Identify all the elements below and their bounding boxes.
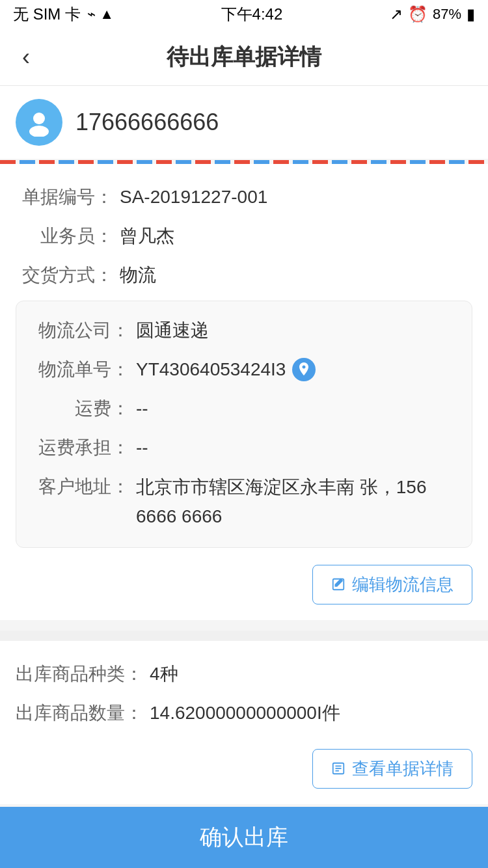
freight-label: 运费： — [32, 395, 136, 422]
nav-bar: ‹ 待出库单据详情 — [0, 29, 488, 86]
address-row: 客户地址： 北京市市辖区海淀区永丰南 张，156 6666 6666 — [32, 473, 456, 532]
address-label: 客户地址： — [32, 473, 136, 500]
logistics-company-label: 物流公司： — [32, 317, 136, 344]
status-right: ↗ ⏰ 87% ▮ — [390, 5, 475, 23]
goods-types-label: 出库商品种类： — [16, 660, 150, 688]
status-bar: 无 SIM 卡 ⌁ ▲ 下午4:42 ↗ ⏰ 87% ▮ — [0, 0, 488, 29]
detail-btn-row: 查看单据详情 — [16, 739, 472, 789]
section-divider — [0, 631, 488, 641]
logistics-company-row: 物流公司： 圆通速递 — [32, 317, 456, 344]
order-no-label: 单据编号： — [16, 183, 120, 211]
location-status-icon: ↗ — [390, 5, 403, 23]
tracking-no-row: 物流单号： YT43064053424I3 — [32, 356, 456, 383]
svg-point-0 — [33, 113, 45, 124]
delivery-row: 交货方式： 物流 — [16, 262, 472, 289]
back-button[interactable]: ‹ — [16, 37, 36, 77]
view-detail-label: 查看单据详情 — [352, 757, 454, 780]
tracking-no-label: 物流单号： — [32, 356, 136, 383]
alarm-icon: ⏰ — [408, 5, 427, 23]
edit-btn-row: 编辑物流信息 — [16, 558, 472, 604]
status-left: 无 SIM 卡 ⌁ ▲ — [13, 4, 114, 25]
salesman-label: 业务员： — [16, 223, 120, 250]
freight-bear-value: -- — [136, 434, 456, 461]
goods-quantity-label: 出库商品数量： — [16, 699, 150, 727]
order-info-section: 单据编号： SA-20191227-001 业务员： 曾凡杰 交货方式： 物流 … — [0, 164, 488, 620]
avatar — [16, 99, 62, 146]
logistics-card: 物流公司： 圆通速递 物流单号： YT43064053424I3 运费： -- — [16, 301, 472, 548]
logistics-company-value: 圆通速递 — [136, 317, 456, 344]
confirm-btn-container: 确认出库 — [0, 807, 488, 868]
address-value: 北京市市辖区海淀区永丰南 张，156 6666 6666 — [136, 473, 456, 532]
goods-section: 出库商品种类： 4种 出库商品数量： 14.62000000000000I件 查… — [0, 641, 488, 804]
goods-types-row: 出库商品种类： 4种 — [16, 660, 472, 688]
battery-icon: ▮ — [467, 5, 475, 23]
tracking-location-icon[interactable] — [292, 358, 316, 381]
delivery-label: 交货方式： — [16, 262, 120, 289]
goods-quantity-row: 出库商品数量： 14.62000000000000I件 — [16, 699, 472, 727]
contact-header: 17666666666 — [0, 86, 488, 159]
page-title: 待出库单据详情 — [167, 42, 321, 72]
wifi-icon: ⌁ ▲ — [87, 6, 114, 23]
tracking-number-text: YT43064053424I3 — [136, 356, 286, 383]
edit-logistics-label: 编辑物流信息 — [352, 573, 454, 596]
freight-row: 运费： -- — [32, 395, 456, 422]
edit-logistics-button[interactable]: 编辑物流信息 — [312, 565, 472, 604]
battery-text: 87% — [433, 6, 461, 23]
svg-point-1 — [29, 126, 49, 137]
tracking-no-value: YT43064053424I3 — [136, 356, 456, 383]
order-no-row: 单据编号： SA-20191227-001 — [16, 183, 472, 211]
freight-value: -- — [136, 395, 456, 422]
freight-bear-label: 运费承担： — [32, 434, 136, 461]
confirm-outbound-button[interactable]: 确认出库 — [0, 822, 488, 852]
salesman-value: 曾凡杰 — [120, 223, 472, 250]
freight-bear-row: 运费承担： -- — [32, 434, 456, 461]
carrier-text: 无 SIM 卡 — [13, 4, 81, 25]
salesman-row: 业务员： 曾凡杰 — [16, 223, 472, 250]
order-no-value: SA-20191227-001 — [120, 183, 472, 211]
delivery-value: 物流 — [120, 262, 472, 289]
goods-types-value: 4种 — [150, 660, 472, 688]
goods-quantity-value: 14.62000000000000I件 — [150, 699, 472, 727]
status-time: 下午4:42 — [221, 4, 283, 25]
view-detail-button[interactable]: 查看单据详情 — [312, 749, 472, 789]
contact-phone: 17666666666 — [75, 109, 219, 136]
